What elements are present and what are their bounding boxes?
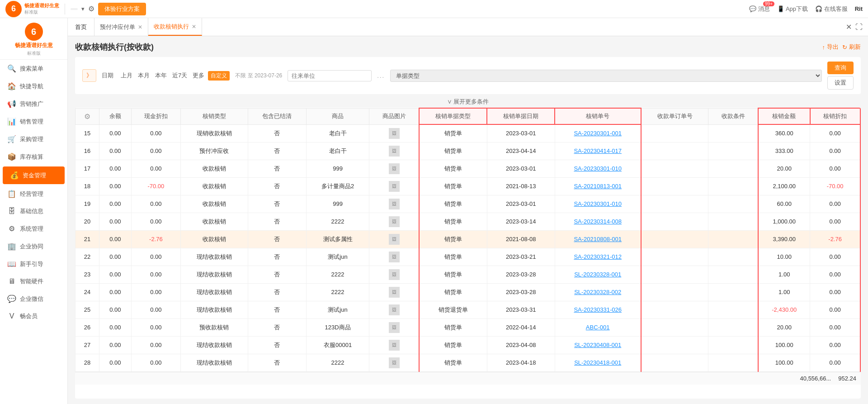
sidebar-item-sales[interactable]: 📊 销售管理 <box>0 113 67 130</box>
cell-cancel-type: 收款核销 <box>181 213 248 230</box>
cell-cash-discount: 0.00 <box>131 124 180 142</box>
tab-collect[interactable]: 收款核销执行 ✕ <box>148 18 202 36</box>
doc-type-select[interactable]: 单据类型 <box>390 70 822 82</box>
cell-cancel-type: 现结收款核销 <box>181 354 248 371</box>
date-custom-btn[interactable]: 自定义 <box>208 71 230 81</box>
cell-no: 16 <box>75 142 99 160</box>
cell-cancel-doc-no[interactable]: SA-20230301-010 <box>555 160 641 177</box>
sidebar-item-finance[interactable]: 💰 资金管理 <box>3 166 65 184</box>
sidebar-item-corp[interactable]: 🏢 企业协同 <box>0 238 67 255</box>
cell-cancel-doc-no[interactable]: SA-20230301-001 <box>555 124 641 142</box>
table-row[interactable]: 18 0.00 -70.00 收款核销 否 多计量商品2 🖼 销货单 2021-… <box>75 177 861 195</box>
table-row[interactable]: 19 0.00 0.00 收款核销 否 999 🖼 销货单 2023-03-01… <box>75 195 861 213</box>
settings-col-icon[interactable]: ⚙ <box>84 113 90 120</box>
table-row[interactable]: 28 0.00 0.00 现结收款核销 否 2222 🖼 销货单 2023-04… <box>75 354 861 371</box>
cell-include-cleared: 否 <box>248 230 306 248</box>
cell-cancel-doc-no[interactable]: ABC-001 <box>555 318 641 336</box>
tab-home[interactable]: 首页 <box>68 18 94 36</box>
table-row[interactable]: 17 0.00 0.00 收款核销 否 999 🖼 销货单 2023-03-01… <box>75 160 861 177</box>
cell-cancel-amount: 333.00 <box>758 142 810 160</box>
sidebar-item-wechat[interactable]: 💬 企业微信 <box>0 290 67 308</box>
cell-cancel-doc-no[interactable]: SA-20230321-012 <box>555 248 641 266</box>
sidebar-item-inventory[interactable]: 📦 库存核算 <box>0 148 67 166</box>
cell-cancel-doc-no[interactable]: SL-20230328-002 <box>555 283 641 301</box>
cell-cancel-type: 收款核销 <box>181 230 248 248</box>
export-btn[interactable]: ↑ 导出 <box>822 43 839 51</box>
cell-cancel-doc-no[interactable]: SA-20230331-026 <box>555 301 641 318</box>
table-row[interactable]: 16 0.00 0.00 预付冲应收 否 老白干 🖼 销货单 2023-04-1… <box>75 142 861 160</box>
date-btn-this-month[interactable]: 本月 <box>136 71 151 81</box>
tab-close-btn[interactable]: ✕ <box>846 23 852 31</box>
cell-cash-discount: 0.00 <box>131 301 180 318</box>
user-name[interactable]: Rit <box>855 5 863 12</box>
sidebar-item-search[interactable]: 🔍 搜索菜单 <box>0 60 67 77</box>
logo-text-area: 畅捷通谱好生意 标准版 <box>24 2 59 15</box>
expand-more-btn[interactable]: ∨ 展开更多条件 <box>447 98 489 106</box>
tab-prepay-close[interactable]: ✕ <box>138 24 142 30</box>
company-selector[interactable] <box>71 8 78 10</box>
table-row[interactable]: 23 0.00 0.00 现结收款核销 否 2222 🖼 销货单 2023-03… <box>75 266 861 283</box>
cell-cancel-doc-no[interactable]: SA-20210808-001 <box>555 230 641 248</box>
query-btn[interactable]: 查询 <box>827 62 854 74</box>
cell-cancel-discount: -70.00 <box>810 177 860 195</box>
search-icon: 🔍 <box>7 64 16 73</box>
cell-cancel-doc-no[interactable]: SL-20230418-001 <box>555 354 641 371</box>
table-row[interactable]: 22 0.00 0.00 现结收款核销 否 测试jun 🖼 销货单 2023-0… <box>75 248 861 266</box>
date-btn-more[interactable]: 更多 <box>191 71 206 81</box>
cell-cancel-doc-no[interactable]: SL-20230328-001 <box>555 266 641 283</box>
sidebar-item-guide[interactable]: 📖 新手引导 <box>0 255 67 273</box>
cell-balance: 0.00 <box>99 230 131 248</box>
date-btn-7days[interactable]: 近7天 <box>170 71 189 81</box>
sidebar-item-system[interactable]: ⚙ 系统管理 <box>0 220 67 238</box>
sidebar-item-member[interactable]: V 畅会员 <box>0 308 67 325</box>
cell-cancel-doc-no[interactable]: SA-20230314-008 <box>555 213 641 230</box>
industry-btn[interactable]: 体验行业方案 <box>98 3 146 15</box>
table-row[interactable]: 27 0.00 0.00 现结收款核销 否 衣服00001 🖼 销货单 2023… <box>75 336 861 354</box>
date-btn-this-year[interactable]: 本年 <box>153 71 169 81</box>
tab-collect-close[interactable]: ✕ <box>192 24 196 30</box>
partner-input[interactable] <box>288 70 372 81</box>
sidebar-item-nav[interactable]: 🏠 快捷导航 <box>0 77 67 95</box>
table-row[interactable]: 21 0.00 -2.76 收款核销 否 测试多属性 🖼 销货单 2021-08… <box>75 230 861 248</box>
table-row[interactable]: 24 0.00 0.00 现结收款核销 否 2222 🖼 销货单 2023-03… <box>75 283 861 301</box>
table-row[interactable]: 25 0.00 0.00 现结收款核销 否 测试jun 🖼 销货退货单 2023… <box>75 301 861 318</box>
message-badge[interactable]: 💬 消息 99+ <box>749 5 770 13</box>
cell-cash-discount: 0.00 <box>131 248 180 266</box>
table-footer: 40,556,66... 952.24 <box>75 372 861 385</box>
settings-icon[interactable]: ⚙ <box>88 5 94 13</box>
cell-cancel-doc-no[interactable]: SA-20210813-001 <box>555 177 641 195</box>
filter-expand-btn[interactable]: 》 <box>82 69 96 82</box>
sidebar-item-base[interactable]: 🗄 基础信息 <box>0 203 67 220</box>
tab-controls: ✕ ⛶ <box>840 23 868 31</box>
th-settings[interactable]: ⚙ <box>75 108 99 124</box>
table-row[interactable]: 15 0.00 0.00 现销收款核销 否 老白干 🖼 销货单 2023-03-… <box>75 124 861 142</box>
setting-btn[interactable]: 设置 <box>827 76 854 90</box>
table-row[interactable]: 20 0.00 0.00 收款核销 否 2222 🖼 销货单 2023-03-1… <box>75 213 861 230</box>
online-service[interactable]: 🎧 在线客服 <box>815 5 848 13</box>
cell-receipt-order-no <box>641 195 708 213</box>
cell-cancel-doc-no[interactable]: SA-20230301-010 <box>555 195 641 213</box>
cell-cancel-discount: 0.00 <box>810 354 860 371</box>
cell-product: 999 <box>306 195 369 213</box>
filter-dots[interactable]: ... <box>377 72 385 79</box>
message-label: 消息 <box>758 5 770 12</box>
tab-prepay[interactable]: 预付冲应付单 ✕ <box>94 18 148 36</box>
sidebar-item-hardware[interactable]: 🖥 智能硬件 <box>0 273 67 290</box>
system-icon: ⚙ <box>7 224 16 233</box>
cell-cancel-doc-no[interactable]: SA-20230414-017 <box>555 142 641 160</box>
date-btn-last-month[interactable]: 上月 <box>119 71 134 81</box>
app-download[interactable]: 📱 App下载 <box>777 5 808 13</box>
refresh-btn[interactable]: ↻ 刷新 <box>842 43 861 51</box>
tab-expand-btn[interactable]: ⛶ <box>855 23 863 31</box>
sidebar-item-business[interactable]: 📋 经营管理 <box>0 185 67 203</box>
table-row[interactable]: 26 0.00 0.00 预收款核销 否 123D商品 🖼 销货单 2022-0… <box>75 318 861 336</box>
sidebar-label-guide: 新手引导 <box>20 260 43 268</box>
export-icon: ↑ <box>822 44 826 51</box>
table-container[interactable]: ⚙ 余额 现金折扣 核销类型 包含已结清 商品 商品图片 核销单据类型 核销单据… <box>75 108 861 399</box>
sidebar-item-purchase[interactable]: 🛒 采购管理 <box>0 130 67 148</box>
tab-bar: 首页 预付冲应付单 ✕ 收款核销执行 ✕ ✕ ⛶ <box>68 18 868 36</box>
cell-product: 2222 <box>306 354 369 371</box>
cell-cancel-doc-no[interactable]: SL-20230408-001 <box>555 336 641 354</box>
company-dropdown-icon[interactable]: ▾ <box>81 5 85 12</box>
sidebar-item-marketing[interactable]: 📢 营销推广 <box>0 95 67 113</box>
